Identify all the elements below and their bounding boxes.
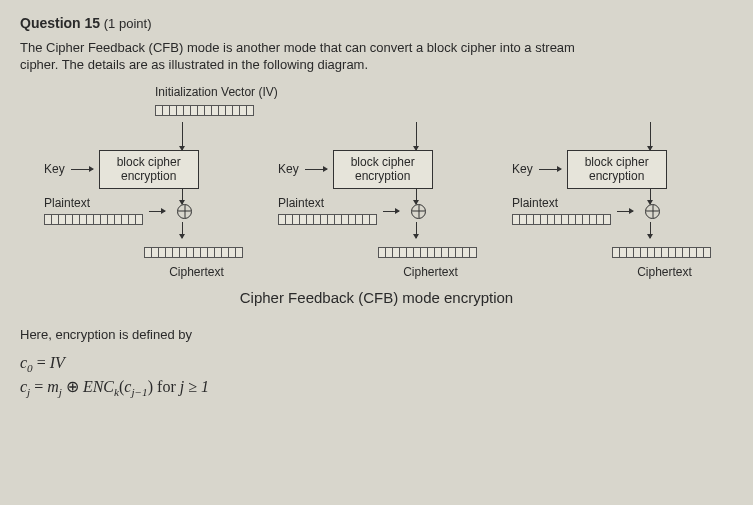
plaintext-label: Plaintext [44,195,141,211]
xor-icon [645,204,660,219]
block-cipher-box: block cipher encryption [99,150,199,189]
plaintext-cells [44,214,143,225]
plaintext-label: Plaintext [278,195,375,211]
f2-enc: ENC [83,378,114,395]
arrow-down-icon [650,122,651,150]
f2-eq: = [30,378,47,395]
iv-cells [155,105,254,116]
block-cipher-box: block cipher encryption [333,150,433,189]
f2-jm1: j−1 [131,386,147,398]
arrow-right-icon [149,211,165,212]
encryption-row: Keyblock cipher encryption [278,150,498,189]
encryption-row: Keyblock cipher encryption [44,150,264,189]
diagram-caption: Cipher Feedback (CFB) mode encryption [20,288,733,308]
arrow-down-icon [650,222,651,238]
cfb-stage: Keyblock cipher encryptionPlaintextCiphe… [512,122,732,280]
plaintext-label: Plaintext [512,195,609,211]
ciphertext-cells [612,247,711,258]
question-points: (1 point) [104,16,152,31]
ciphertext-label: Ciphertext [378,264,483,280]
ciphertext-cells [144,247,243,258]
key-label: Key [44,161,65,177]
f1-eq: = [33,354,50,371]
arrow-down-icon [182,222,183,238]
question-header: Question 15 (1 point) [20,14,733,33]
iv-label: Initialization Vector (IV) [155,84,733,100]
question-number: Question 15 [20,15,100,31]
ciphertext-label: Ciphertext [144,264,249,280]
question-prompt: The Cipher Feedback (CFB) mode is anothe… [20,39,580,74]
xor-icon [411,204,426,219]
ciphertext-row: Ciphertext [378,244,498,280]
f2-m: m [47,378,59,395]
f2-cond: j ≥ 1 [180,378,209,395]
ciphertext-label: Ciphertext [612,264,717,280]
f2-xor: ⊕ [62,378,83,395]
ciphertext-row: Ciphertext [144,244,264,280]
key-label: Key [512,161,533,177]
ciphertext-cells [378,247,477,258]
cfb-stage: Keyblock cipher encryptionPlaintextCiphe… [278,122,498,280]
arrow-down-icon [650,188,651,204]
plaintext-cells [278,214,377,225]
arrow-down-icon [182,122,183,150]
plaintext-row: Plaintext [512,195,732,229]
encryption-row: Keyblock cipher encryption [512,150,732,189]
arrow-right-icon [71,169,93,170]
xor-icon [177,204,192,219]
arrow-right-icon [539,169,561,170]
f1-rhs: IV [50,354,65,371]
arrow-down-icon [182,188,183,204]
plaintext-row: Plaintext [278,195,498,229]
arrow-right-icon [305,169,327,170]
formula-line-1: c0 = IV [20,352,733,376]
arrow-down-icon [416,122,417,150]
plaintext-row: Plaintext [44,195,264,229]
formula-line-2: cj = mj ⊕ ENCk(cj−1) for j ≥ 1 [20,376,733,400]
block-cipher-box: block cipher encryption [567,150,667,189]
f2-for: for [153,378,180,395]
arrow-right-icon [617,211,633,212]
key-label: Key [278,161,299,177]
cfb-stages: Keyblock cipher encryptionPlaintextCiphe… [44,122,733,280]
definition-intro: Here, encryption is defined by [20,326,733,344]
iv-block: Initialization Vector (IV) [155,84,733,120]
plaintext-cells [512,214,611,225]
arrow-down-icon [416,222,417,238]
ciphertext-row: Ciphertext [612,244,732,280]
arrow-right-icon [383,211,399,212]
cfb-stage: Keyblock cipher encryptionPlaintextCiphe… [44,122,264,280]
arrow-down-icon [416,188,417,204]
